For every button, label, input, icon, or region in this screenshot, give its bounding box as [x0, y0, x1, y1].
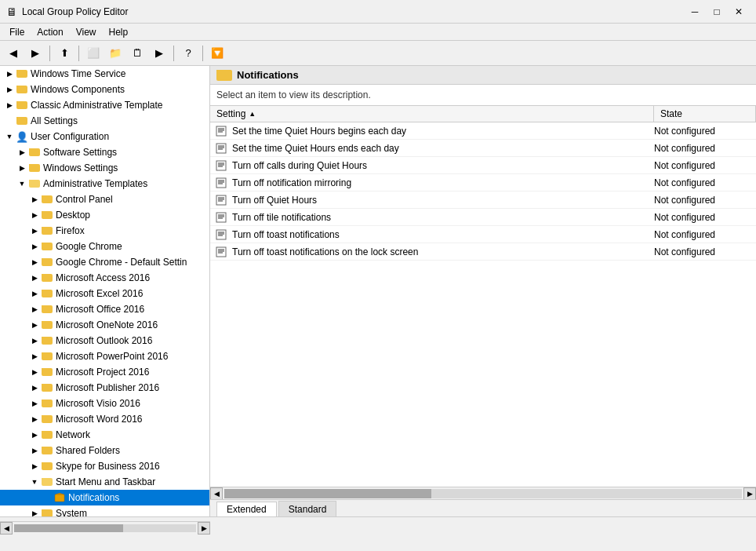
setting-row-3[interactable]: Turn off notification mirroring Not conf…: [210, 174, 756, 192]
forward-button[interactable]: ▶: [25, 44, 45, 63]
col-header-setting[interactable]: Setting ▲: [210, 106, 654, 122]
expander-start-menu[interactable]: ▼: [28, 476, 41, 488]
tree-item-ms-outlook[interactable]: ▶ Microsoft Outlook 2016: [0, 333, 209, 348]
right-hscroll[interactable]: ◀ ▶: [210, 487, 756, 499]
tree-label-ms-outlook: Microsoft Outlook 2016: [56, 335, 152, 346]
tree-item-ms-onenote[interactable]: ▶ Microsoft OneNote 2016: [0, 317, 209, 333]
right-scroll-left[interactable]: ◀: [210, 487, 223, 500]
tree-item-ms-ppt[interactable]: ▶ Microsoft PowerPoint 2016: [0, 348, 209, 364]
menu-help[interactable]: Help: [103, 25, 135, 39]
tree-item-ms-visio[interactable]: ▶ Microsoft Visio 2016: [0, 396, 209, 411]
tree-item-desktop[interactable]: ▶ Desktop: [0, 207, 209, 223]
tree-item-firefox[interactable]: ▶ Firefox: [0, 223, 209, 239]
expander-windows-time[interactable]: ▶: [3, 68, 16, 80]
setting-row-1[interactable]: Set the time Quiet Hours ends each day N…: [210, 140, 756, 157]
up-button[interactable]: ⬆: [54, 44, 75, 63]
tree-item-notifications[interactable]: Notifications: [0, 490, 209, 505]
tree-item-google-chrome[interactable]: ▶ Google Chrome: [0, 239, 209, 254]
settings-list[interactable]: Set the time Quiet Hours begins each day…: [210, 122, 756, 487]
col-header-state[interactable]: State: [654, 106, 756, 122]
expander-windows-components-top[interactable]: ▶: [3, 83, 16, 96]
expander-skype[interactable]: ▶: [28, 460, 41, 473]
tree-item-skype[interactable]: ▶ Skype for Business 2016: [0, 458, 209, 474]
run-button[interactable]: ▶: [149, 44, 169, 63]
expander-classic-admin-top[interactable]: ▶: [3, 99, 16, 111]
tree-item-windows-settings[interactable]: ▶ Windows Settings: [0, 160, 209, 176]
tree-item-ms-project[interactable]: ▶ Microsoft Project 2016: [0, 364, 209, 380]
back-button[interactable]: ◀: [3, 44, 24, 63]
expander-admin-templates[interactable]: ▼: [16, 177, 28, 190]
tab-standard[interactable]: Standard: [278, 501, 337, 516]
minimize-button[interactable]: ─: [684, 1, 706, 23]
setting-row-2[interactable]: Turn off calls during Quiet Hours Not co…: [210, 157, 756, 174]
tree-item-software-settings[interactable]: ▶ Software Settings: [0, 144, 209, 160]
expander-ms-access[interactable]: ▶: [28, 272, 41, 284]
folder-icon-firefox: [41, 225, 53, 236]
expander-chrome-default[interactable]: ▶: [28, 256, 41, 268]
close-button[interactable]: ✕: [728, 1, 750, 23]
setting-state-0: Not configured: [654, 126, 756, 137]
tab-extended[interactable]: Extended: [216, 502, 277, 516]
properties-button[interactable]: 🗒: [127, 44, 147, 63]
filter-button[interactable]: 🔽: [207, 44, 227, 63]
tree-item-all-settings-top[interactable]: All Settings: [0, 113, 209, 129]
menu-action[interactable]: Action: [31, 25, 69, 39]
expander-firefox[interactable]: ▶: [28, 224, 41, 237]
setting-row-5[interactable]: Turn off tile notifications Not configur…: [210, 209, 756, 226]
expander-shared-folders[interactable]: ▶: [28, 444, 41, 457]
tree-item-ms-publisher[interactable]: ▶ Microsoft Publisher 2016: [0, 380, 209, 396]
main-container: ▶ Windows Time Service ▶ Windows Compone…: [0, 66, 756, 516]
setting-row-0[interactable]: Set the time Quiet Hours begins each day…: [210, 122, 756, 140]
expander-user-config[interactable]: ▼: [3, 130, 16, 143]
expander-desktop[interactable]: ▶: [28, 209, 41, 221]
expander-ms-project[interactable]: ▶: [28, 366, 41, 378]
tree-label-classic-admin-top: Classic Administrative Template: [31, 100, 163, 111]
tree-label-ms-visio: Microsoft Visio 2016: [56, 398, 140, 409]
expander-system[interactable]: ▶: [28, 507, 41, 516]
tree-item-ms-word[interactable]: ▶ Microsoft Word 2016: [0, 411, 209, 427]
tree-item-admin-templates[interactable]: ▼ Administrative Templates: [0, 176, 209, 192]
right-scroll-right[interactable]: ▶: [743, 487, 756, 500]
show-hide-button[interactable]: ⬜: [83, 44, 104, 63]
expander-ms-outlook[interactable]: ▶: [28, 334, 41, 347]
tree-item-ms-access[interactable]: ▶ Microsoft Access 2016: [0, 270, 209, 286]
expander-google-chrome[interactable]: ▶: [28, 240, 41, 253]
tree-item-network[interactable]: ▶ Network: [0, 427, 209, 443]
expander-windows-settings[interactable]: ▶: [16, 162, 28, 174]
expander-software-settings[interactable]: ▶: [16, 146, 28, 159]
maximize-button[interactable]: □: [706, 1, 728, 23]
expander-ms-excel[interactable]: ▶: [28, 287, 41, 300]
tree-item-classic-admin-top[interactable]: ▶ Classic Administrative Template: [0, 97, 209, 113]
tree-item-control-panel[interactable]: ▶ Control Panel: [0, 192, 209, 207]
right-panel: Notifications Select an item to view its…: [210, 66, 756, 516]
expander-control-panel[interactable]: ▶: [28, 193, 41, 206]
expander-ms-office[interactable]: ▶: [28, 303, 41, 316]
tree-item-user-config[interactable]: ▼ 👤 User Configuration: [0, 129, 209, 144]
tree-item-ms-excel[interactable]: ▶ Microsoft Excel 2016: [0, 286, 209, 301]
menu-file[interactable]: File: [3, 25, 31, 39]
tree-panel[interactable]: ▶ Windows Time Service ▶ Windows Compone…: [0, 66, 210, 516]
tree-label-ms-word: Microsoft Word 2016: [56, 414, 143, 425]
tree-item-windows-time[interactable]: ▶ Windows Time Service: [0, 66, 209, 82]
expander-ms-visio[interactable]: ▶: [28, 397, 41, 410]
expander-ms-word[interactable]: ▶: [28, 413, 41, 425]
tree-item-ms-office[interactable]: ▶ Microsoft Office 2016: [0, 301, 209, 317]
folder-button[interactable]: 📁: [105, 44, 125, 63]
expander-network[interactable]: ▶: [28, 429, 41, 441]
tree-item-shared-folders[interactable]: ▶ Shared Folders: [0, 443, 209, 458]
expander-ms-ppt[interactable]: ▶: [28, 350, 41, 363]
tree-item-chrome-default[interactable]: ▶ Google Chrome - Default Settin: [0, 254, 209, 270]
tree-item-system[interactable]: ▶ System: [0, 505, 209, 516]
expander-ms-publisher[interactable]: ▶: [28, 381, 41, 394]
setting-name-2: Turn off calls during Quiet Hours: [232, 160, 654, 171]
setting-name-0: Set the time Quiet Hours begins each day: [232, 126, 654, 137]
tree-item-start-menu[interactable]: ▼ Start Menu and Taskbar: [0, 474, 209, 490]
expander-ms-onenote[interactable]: ▶: [28, 319, 41, 331]
menu-view[interactable]: View: [70, 25, 103, 39]
setting-row-7[interactable]: Turn off toast notifications on the lock…: [210, 243, 756, 261]
help-button[interactable]: ?: [178, 44, 198, 63]
tree-item-windows-components-top[interactable]: ▶ Windows Components: [0, 82, 209, 97]
tree-label-firefox: Firefox: [56, 225, 85, 236]
setting-row-4[interactable]: Turn off Quiet Hours Not configured: [210, 192, 756, 209]
setting-row-6[interactable]: Turn off toast notifications Not configu…: [210, 226, 756, 243]
